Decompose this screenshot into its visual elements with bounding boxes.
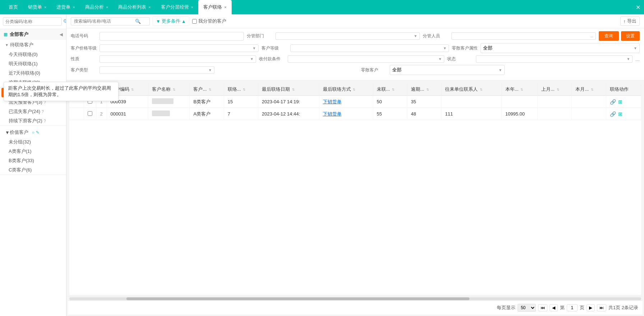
customer-level-select[interactable]: ▼ [290,44,449,52]
payment-select[interactable]: ▼ [288,55,444,63]
cell-name-2[interactable] [148,108,189,120]
col-overdue[interactable]: 逾期... ⇅ [407,83,441,96]
grid-action-icon-1[interactable]: ⊞ [618,99,622,105]
nav-home[interactable]: 首页 [4,0,23,14]
horizontal-scrollbar[interactable] [68,296,643,301]
status-down-icon: ▼ [626,57,630,61]
filter-row-2: 客户价格等级 ▼ 客户等级 ▼ 零散客户属性 全部 [71,43,640,53]
cell-last-method-1[interactable]: 下销货单 [319,96,373,108]
sidebar-item-class-b[interactable]: B类客户(33) [0,156,66,165]
sidebar-item-7days[interactable]: 近7天待联络(0) [0,69,66,78]
close-product-analysis[interactable]: × [106,5,108,9]
sidebar-item-declining[interactable]: 持续下滑客户(2) ? [0,116,66,126]
sidebar-search-input[interactable] [3,17,62,26]
manager-select[interactable]: ... [451,32,596,40]
price-level-select[interactable]: ▼ [99,44,259,52]
more-dots-icon[interactable]: ... [635,56,640,62]
phone-label: 电话号码 [71,33,99,39]
more-conditions-btn[interactable]: ▼ 更多条件 ▲ [153,16,189,26]
main-search-input[interactable] [74,19,135,24]
gender-select[interactable]: ▼ [99,55,256,63]
last-page-btn[interactable]: ⏭ [597,304,606,311]
value-group-title[interactable]: ▼ 价值客户 ○ ✎ [0,127,66,137]
close-product-analysis-list[interactable]: × [148,5,150,9]
filter-bar: 🔍 ▼ 更多条件 ▲ 我分管的客户 ↑ 导出 [66,14,644,28]
export-icon: ↑ [624,19,626,24]
cell-checkbox-2[interactable] [84,108,96,120]
phone-input[interactable] [99,32,244,41]
nav-purchase-order[interactable]: 进货单 × [51,0,80,14]
row-checkbox-2[interactable] [88,111,92,116]
sidebar-item-ungrouped[interactable]: 未分组(32) [0,137,66,147]
close-sales-order[interactable]: × [44,5,46,9]
col-this-year[interactable]: 本年... ⇅ [501,83,537,96]
col-this-month[interactable]: 本月... ⇅ [572,83,606,96]
filter-icon: ▼ [156,19,161,24]
page-input[interactable]: 1 [567,304,578,311]
sidebar-item-tomorrow[interactable]: 明天待联络(1) [0,59,66,69]
retail-customer-select[interactable]: 全部 ▼ [390,65,505,75]
scroll-track[interactable] [69,297,641,300]
customer-type-select[interactable]: ▼ [99,66,214,74]
edit-icon[interactable]: ✎ [36,130,39,135]
prev-page-btn[interactable]: ◀ [550,304,558,311]
per-page-select[interactable]: 10 20 50 100 [518,304,536,312]
page-suffix: 页 [580,305,584,311]
query-button[interactable]: 查询 [599,31,619,41]
nav-customer-tier[interactable]: 客户分层经营 × [156,0,198,14]
gender-field: 性质 ▼ [71,55,256,63]
link-action-icon-2[interactable]: 🔗 [610,111,616,117]
col-last-month[interactable]: 上月... ⇅ [538,83,572,96]
col-uncontacted[interactable]: 未联... ⇅ [373,83,407,96]
export-button[interactable]: ↑ 导出 [620,16,640,26]
first-page-btn[interactable]: ⏮ [538,304,547,311]
sidebar-item-already-lost[interactable]: 已流失客户(24) ? [0,107,66,116]
help-icon-already-lost[interactable]: ? [42,110,44,114]
cell-last-date-1: 2023-04-17 14:19: [258,96,319,108]
collapse-sidebar-icon[interactable]: ◀ [60,32,62,37]
dept-select[interactable]: ▼ [275,32,420,40]
price-level-label: 客户价格等级 [71,45,99,51]
sidebar-item-class-a[interactable]: A类客户(1) [0,147,66,156]
retail-attr-down-icon: ▼ [634,46,637,50]
cell-name-1[interactable] [148,96,189,108]
col-last-method[interactable]: 最后联络方式 ⇅ [319,83,373,96]
status-select[interactable]: ▼ [476,55,633,63]
close-customer-contact[interactable]: × [224,5,226,9]
link-action-icon-1[interactable]: 🔗 [610,99,616,105]
close-customer-tier[interactable]: × [191,5,193,9]
cell-actions-1: 🔗 ⊞ [606,96,641,108]
settings-button[interactable]: 设置 [621,31,640,41]
sort-last-month-icon: ⇅ [557,88,560,91]
col-contact-count[interactable]: 联络... ⇅ [224,83,258,96]
pending-group-title[interactable]: ▼ 待联络客户 [0,40,66,50]
scroll-thumb[interactable] [126,297,469,300]
search-icon[interactable]: 🔍 [135,19,141,24]
sidebar-search-icon[interactable]: 🔍 [63,19,66,24]
close-purchase-order[interactable]: × [73,5,75,9]
close-all-tabs[interactable]: ✕ [636,4,640,11]
sort-uncontact-icon: ⇅ [392,88,395,91]
my-customers-label: 我分管的客户 [198,18,226,24]
price-level-down-icon: ▼ [252,46,256,50]
grid-action-icon-2[interactable]: ⊞ [618,111,622,117]
retail-attr-select[interactable]: 全部 ▼ [481,43,640,53]
sidebar-item-today[interactable]: 今天待联络(0) [0,50,66,59]
col-last-date[interactable]: 最后联络日期 ⇅ [258,83,319,96]
nav-customer-contact[interactable]: 客户联络 × [198,0,231,14]
circle-icon[interactable]: ○ [32,130,34,135]
sidebar-item-class-c[interactable]: C类客户(6) [0,165,66,175]
all-customers-header[interactable]: ⊞ 全部客户 ◀ [0,29,66,40]
main-layout: 🔍 ⊞ 全部客户 ◀ ▼ 待联络客户 今天待联络(0) 明天待联络(1) 近7天… [0,14,644,316]
col-level[interactable]: 客户... ⇅ [190,83,224,96]
cell-last-method-2[interactable]: 下销货单 [319,108,373,120]
nav-product-analysis-list[interactable]: 商品分析列表 × [113,0,156,14]
help-icon-declining[interactable]: ? [44,119,46,123]
my-customers-checkbox[interactable] [192,19,197,24]
col-contacts[interactable]: 往来单位联系人 ⇅ [441,83,501,96]
nav-sales-order[interactable]: 销货单 × [23,0,51,14]
nav-product-analysis[interactable]: 商品分析 × [80,0,113,14]
col-name[interactable]: 客户名称 ⇅ [148,83,189,96]
dept-label: 分管部门 [247,33,275,39]
next-page-btn[interactable]: ▶ [587,304,595,311]
